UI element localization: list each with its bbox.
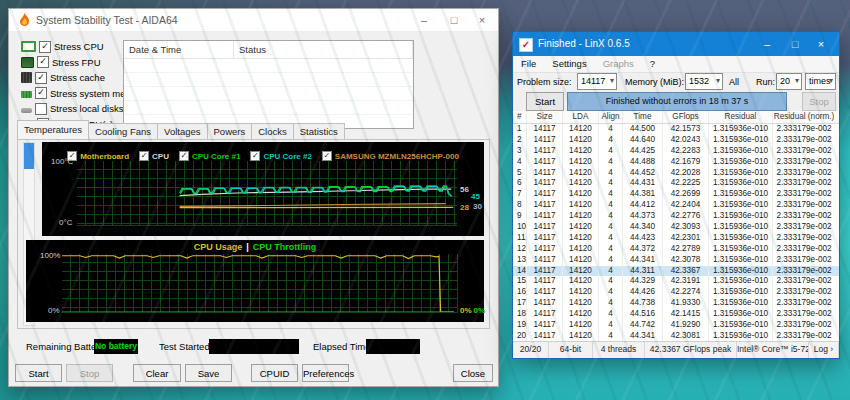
table-cell: 1.315936e-010 bbox=[709, 211, 773, 222]
table-row[interactable]: 71411714120444.38142.26991.315936e-0102.… bbox=[513, 189, 839, 200]
temp-value-label: 45 bbox=[471, 192, 480, 201]
start-button[interactable]: Start bbox=[526, 92, 564, 111]
start-button[interactable]: Start bbox=[15, 364, 62, 382]
legend-motherboard[interactable]: ✓Motherboard bbox=[67, 151, 129, 161]
close-button[interactable]: Close bbox=[453, 364, 493, 382]
table-cell: 1.315936e-010 bbox=[709, 189, 773, 200]
legend-samsung-mzmln256hchp-000[interactable]: ✓SAMSUNG MZMLN256HCHP-000 bbox=[322, 151, 459, 161]
table-cell: 14117 bbox=[527, 320, 563, 331]
tab-clocks[interactable]: Clocks bbox=[251, 123, 294, 139]
table-cell: 1.315936e-010 bbox=[709, 178, 773, 189]
stop-button[interactable]: Stop bbox=[802, 92, 836, 111]
scrollbar-thumb[interactable] bbox=[24, 143, 34, 169]
checkbox[interactable]: ✓ bbox=[179, 151, 189, 161]
close-button[interactable]: × bbox=[468, 9, 496, 31]
checkbox[interactable]: ✓ bbox=[39, 41, 51, 53]
checkbox[interactable]: ✓ bbox=[35, 72, 47, 84]
legend-cpu-core-1[interactable]: ✓CPU Core #1 bbox=[179, 151, 240, 161]
table-row[interactable]: 111411714120444.42342.23011.315936e-0102… bbox=[513, 233, 839, 244]
table-row[interactable]: 171411714120444.73841.93301.315936e-0102… bbox=[513, 298, 839, 309]
tab-cooling-fans[interactable]: Cooling Fans bbox=[88, 123, 158, 139]
table-cell: 12 bbox=[513, 244, 527, 255]
table-row[interactable]: 131411714120444.34142.30781.315936e-0102… bbox=[513, 255, 839, 266]
cpuid-button[interactable]: CPUID bbox=[251, 364, 298, 382]
tab-temperatures[interactable]: Temperatures bbox=[17, 120, 89, 139]
clear-button[interactable]: Clear bbox=[133, 364, 181, 382]
menu-settings[interactable]: Settings bbox=[544, 56, 594, 72]
stress-option-stress-system-memory[interactable]: ✓Stress system memory bbox=[21, 86, 123, 102]
stress-option-label: Stress CPU bbox=[54, 41, 104, 52]
table-row[interactable]: 11411714120444.50042.15731.315936e-0102.… bbox=[513, 124, 839, 135]
table-cell: 2.333179e-002 bbox=[773, 276, 835, 287]
menu-help[interactable]: ? bbox=[642, 56, 663, 72]
problem-size-select[interactable]: 14117 ▾ bbox=[577, 73, 617, 90]
table-row[interactable]: 51411714120444.45242.20281.315936e-0102.… bbox=[513, 168, 839, 179]
table-row[interactable]: 31411714120444.42542.22831.315936e-0102.… bbox=[513, 146, 839, 157]
close-button[interactable]: × bbox=[807, 32, 835, 56]
temperature-graph: ✓Motherboard✓CPU✓CPU Core #1✓CPU Core #2… bbox=[42, 142, 484, 236]
table-cell: 6 bbox=[513, 178, 527, 189]
maximize-button[interactable]: □ bbox=[781, 32, 809, 56]
minimize-button[interactable]: – bbox=[410, 9, 438, 31]
checkbox[interactable] bbox=[35, 103, 47, 115]
checkbox[interactable]: ✓ bbox=[139, 151, 149, 161]
checkbox[interactable]: ✓ bbox=[322, 151, 332, 161]
menu-file[interactable]: File bbox=[513, 56, 544, 72]
table-row[interactable]: 191411714120444.74241.92901.315936e-0102… bbox=[513, 320, 839, 331]
menu-graphs[interactable]: Graphs bbox=[595, 56, 642, 72]
table-cell: 4 bbox=[599, 222, 623, 233]
table-cell: 42.2028 bbox=[663, 168, 709, 179]
run-unit-select[interactable]: times ▾ bbox=[805, 73, 836, 90]
stress-option-stress-cpu[interactable]: ✓Stress CPU bbox=[21, 39, 123, 55]
linx-titlebar[interactable]: ✓ Finished - LinX 0.6.5 – □ × bbox=[513, 32, 839, 56]
table-cell: 14120 bbox=[563, 276, 599, 287]
test-started-display bbox=[209, 339, 299, 354]
tab-voltages[interactable]: Voltages bbox=[157, 123, 207, 139]
table-cell: 14120 bbox=[563, 255, 599, 266]
checkbox[interactable]: ✓ bbox=[250, 151, 260, 161]
legend-cpu[interactable]: ✓CPU bbox=[139, 151, 169, 161]
checkbox[interactable]: ✓ bbox=[37, 56, 49, 68]
stress-options-list: ✓Stress CPU✓Stress FPU✓Stress cache✓Stre… bbox=[21, 39, 123, 132]
stress-option-stress-fpu[interactable]: ✓Stress FPU bbox=[21, 55, 123, 71]
table-row[interactable]: 181411714120444.51642.14151.315936e-0102… bbox=[513, 309, 839, 320]
aida64-titlebar[interactable]: System Stability Test - AIDA64 – □ × bbox=[9, 9, 498, 32]
table-row[interactable]: 61411714120444.43142.22251.315936e-0102.… bbox=[513, 178, 839, 189]
table-cell: 14120 bbox=[563, 124, 599, 135]
table-row[interactable]: 91411714120444.37342.27761.315936e-0102.… bbox=[513, 211, 839, 222]
table-row[interactable]: 141411714120444.31142.33671.315936e-0102… bbox=[513, 266, 839, 277]
maximize-button[interactable]: □ bbox=[440, 9, 468, 31]
status-log[interactable]: Log › bbox=[809, 342, 839, 358]
table-row[interactable]: 21411714120444.64042.02431.315936e-0102.… bbox=[513, 135, 839, 146]
table-cell: 4 bbox=[599, 233, 623, 244]
table-cell: 4 bbox=[599, 178, 623, 189]
table-cell: 1.315936e-010 bbox=[709, 298, 773, 309]
table-cell: 42.2776 bbox=[663, 211, 709, 222]
save-button[interactable]: Save bbox=[185, 364, 232, 382]
stress-option-stress-local-disks[interactable]: Stress local disks bbox=[21, 101, 123, 117]
legend-cpu-core-2[interactable]: ✓CPU Core #2 bbox=[250, 151, 311, 161]
table-row[interactable]: 151411714120444.32942.31911.315936e-0102… bbox=[513, 276, 839, 287]
table-cell: 14120 bbox=[563, 178, 599, 189]
stress-option-stress-cache[interactable]: ✓Stress cache bbox=[21, 70, 123, 86]
table-cell: 44.373 bbox=[623, 211, 663, 222]
table-cell: 2.333179e-002 bbox=[773, 244, 835, 255]
table-row[interactable]: 41411714120444.48842.16791.315936e-0102.… bbox=[513, 157, 839, 168]
checkbox[interactable]: ✓ bbox=[35, 87, 47, 99]
table-row[interactable]: 121411714120444.37242.27891.315936e-0102… bbox=[513, 244, 839, 255]
preferences-button[interactable]: Preferences bbox=[302, 364, 349, 382]
table-cell: 4 bbox=[599, 211, 623, 222]
tab-statistics[interactable]: Statistics bbox=[293, 123, 345, 139]
table-cell: 10 bbox=[513, 222, 527, 233]
run-count-select[interactable]: 20 ▾ bbox=[776, 73, 802, 90]
tab-powers[interactable]: Powers bbox=[207, 123, 253, 139]
memory-select[interactable]: 1532 ▾ bbox=[685, 73, 723, 90]
table-row[interactable]: 161411714120444.42642.22741.315936e-0102… bbox=[513, 287, 839, 298]
table-cell: 4 bbox=[599, 124, 623, 135]
table-cell: 4 bbox=[513, 157, 527, 168]
table-cell: 41.9290 bbox=[663, 320, 709, 331]
table-row[interactable]: 81411714120444.41242.24041.315936e-0102.… bbox=[513, 200, 839, 211]
minimize-button[interactable]: – bbox=[753, 32, 781, 56]
stop-button[interactable]: Stop bbox=[66, 364, 113, 382]
table-row[interactable]: 101411714120444.34042.30931.315936e-0102… bbox=[513, 222, 839, 233]
